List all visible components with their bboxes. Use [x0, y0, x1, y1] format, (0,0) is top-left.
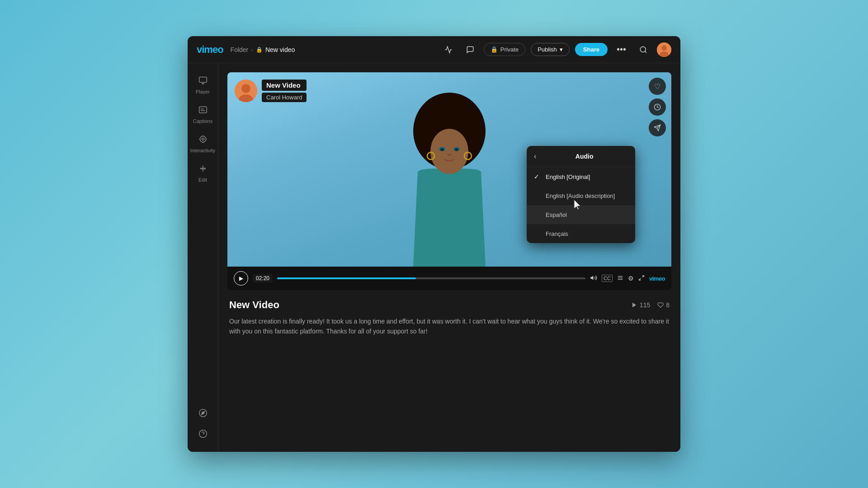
video-overlay-author: Carol Howard [262, 93, 307, 102]
help-icon [198, 429, 208, 439]
audio-back-button[interactable]: ‹ [534, 152, 536, 160]
playback-controls: CC ⚙ [590, 274, 665, 283]
share-video-button[interactable] [649, 119, 666, 136]
svg-line-45 [639, 278, 641, 280]
video-actions: ♡ [649, 78, 666, 136]
svg-point-30 [440, 148, 444, 151]
likes-stat: 8 [657, 301, 670, 309]
likes-count: 8 [666, 301, 670, 309]
breadcrumb-lock-icon: 🔒 [256, 47, 263, 53]
player-icon [198, 76, 208, 87]
settings-icon[interactable]: ⚙ [628, 275, 634, 282]
publish-button[interactable]: Publish ▾ [531, 43, 570, 56]
audio-option-label: English [Audio description] [546, 192, 615, 199]
svg-rect-41 [618, 276, 623, 276]
svg-point-17 [200, 168, 202, 169]
sidebar-item-player[interactable]: Player [190, 72, 216, 98]
play-button[interactable]: ▶ [234, 271, 248, 286]
volume-icon[interactable] [590, 274, 597, 283]
audio-dropdown-title: Audio [541, 153, 628, 160]
vimeo-watermark: vimeo [649, 275, 665, 282]
svg-rect-5 [199, 77, 207, 83]
audio-option-francais[interactable]: Français [527, 224, 635, 243]
video-title-block: New Video Carol Howard [262, 80, 307, 102]
sidebar-bottom [190, 405, 216, 443]
svg-marker-40 [590, 276, 593, 280]
sidebar-item-edit[interactable]: Edit [190, 160, 216, 186]
no-check-spacer [534, 192, 541, 199]
sidebar-item-help[interactable] [190, 426, 216, 443]
progress-fill [277, 277, 416, 279]
no-check-spacer [534, 230, 541, 237]
svg-rect-43 [618, 279, 623, 279]
vimeo-logo: vimeo [197, 44, 223, 56]
more-options-button[interactable]: ••• [613, 42, 630, 56]
publish-chevron-icon: ▾ [560, 46, 563, 53]
audio-option-label: Español [546, 211, 567, 218]
audio-option-espanol[interactable]: Español [527, 205, 635, 224]
lock-icon: 🔒 [491, 46, 498, 53]
video-description: Our latest creation is finally ready! It… [229, 316, 670, 337]
private-button[interactable]: 🔒 Private [484, 43, 525, 56]
sidebar-item-compass[interactable] [190, 405, 216, 422]
share-button[interactable]: Share [575, 43, 608, 56]
breadcrumb-current: New video [265, 46, 295, 53]
svg-point-19 [204, 168, 205, 169]
user-avatar[interactable] [657, 42, 671, 57]
sidebar-label-edit: Edit [198, 177, 207, 183]
svg-rect-8 [199, 107, 207, 113]
private-label: Private [500, 46, 519, 53]
video-meta-header: New Video 115 8 [229, 299, 670, 311]
chapters-icon[interactable] [617, 275, 623, 282]
check-icon: ✓ [534, 173, 541, 180]
video-container: New Video Carol Howard ♡ [227, 72, 671, 290]
video-avatar [235, 80, 257, 102]
svg-marker-22 [201, 411, 204, 414]
breadcrumb: Folder › 🔒 New video [231, 46, 295, 53]
sidebar-label-captions: Captions [193, 118, 212, 124]
sidebar-label-interactivity: Interactivity [190, 148, 216, 153]
watchlater-button[interactable] [649, 99, 666, 116]
svg-rect-42 [618, 277, 623, 278]
publish-label: Publish [538, 46, 557, 53]
sidebar-label-player: Player [196, 89, 210, 94]
audio-option-label: English [Original] [546, 174, 590, 180]
audio-option-label: Français [546, 230, 568, 237]
edit-icon [198, 164, 208, 175]
captions-icon [198, 105, 208, 117]
svg-point-35 [241, 84, 250, 93]
cc-icon[interactable]: CC [602, 275, 613, 282]
svg-point-11 [202, 138, 204, 141]
views-stat: 115 [631, 301, 650, 309]
no-check-spacer [534, 211, 541, 218]
audio-option-english-desc[interactable]: English [Audio description] [527, 186, 635, 205]
svg-line-44 [642, 275, 644, 277]
fullscreen-icon[interactable] [638, 275, 645, 282]
comments-icon-button[interactable] [462, 42, 478, 58]
svg-marker-46 [632, 303, 636, 308]
video-thumbnail: New Video Carol Howard ♡ [227, 72, 671, 267]
svg-point-31 [455, 148, 458, 151]
analytics-icon-button[interactable] [440, 42, 457, 58]
like-video-button[interactable]: ♡ [649, 78, 666, 95]
playback-bar: ▶ 02:20 CC [227, 267, 671, 290]
compass-icon [198, 408, 208, 418]
audio-option-english-original[interactable]: ✓ English [Original] [527, 167, 635, 186]
svg-point-27 [430, 129, 468, 174]
video-overlay-title: New Video [262, 80, 307, 91]
breadcrumb-folder[interactable]: Folder [231, 46, 249, 53]
svg-point-0 [640, 47, 646, 52]
sidebar-item-interactivity[interactable]: Interactivity [190, 131, 216, 157]
header-right: 🔒 Private Publish ▾ Share ••• [440, 42, 671, 58]
sidebar-item-captions[interactable]: Captions [190, 102, 216, 127]
main-layout: Player Captions [188, 63, 680, 452]
sidebar: Player Captions [188, 63, 218, 452]
progress-bar[interactable] [277, 277, 585, 279]
svg-line-1 [645, 51, 646, 52]
video-title: New Video [229, 299, 279, 311]
video-meta: New Video 115 8 [227, 290, 671, 337]
video-info-overlay: New Video Carol Howard [235, 80, 307, 102]
svg-point-12 [200, 136, 206, 142]
search-icon-button[interactable] [635, 42, 651, 58]
breadcrumb-separator: › [251, 46, 253, 53]
